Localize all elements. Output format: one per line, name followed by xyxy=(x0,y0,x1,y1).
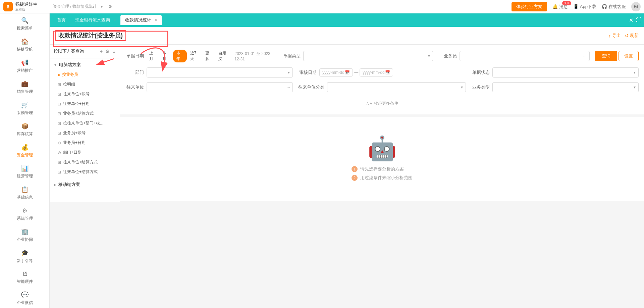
biz-type-label: 业务类型 xyxy=(471,84,490,90)
tab-cashflow-close[interactable]: × xyxy=(113,18,116,22)
scheme-item-salesperson-settle[interactable]: ⊡ 业务员+结算方式 xyxy=(50,109,120,118)
business-icon: 📊 xyxy=(21,165,29,172)
header-middle: 资金管理 / 收款情况统计 ▾ ⚙ xyxy=(53,3,512,10)
review-date-from[interactable]: yyyy-mm-dd 📅 xyxy=(319,68,353,76)
sidebar-item-guide[interactable]: 🎓 新手引导 xyxy=(0,246,49,267)
app-download-btn[interactable]: 📱 App下载 xyxy=(573,4,596,10)
tab-receipts[interactable]: 收款情况统计 × xyxy=(120,15,162,25)
scheme-item-salesperson-account[interactable]: ⊡ 业务员+账号 xyxy=(50,128,120,138)
sidebar-item-label: 采购管理 xyxy=(17,110,33,116)
clock-icon-2: ⊙ xyxy=(58,150,61,155)
more-icon[interactable]: ··· xyxy=(286,85,290,90)
tab-home[interactable]: 首页 xyxy=(52,15,70,25)
review-date-to[interactable]: yyyy-mm-dd 📅 xyxy=(360,68,393,76)
scheme-group-mobile: ▶ 移动端方案 xyxy=(50,178,120,191)
scheme-group-mobile-header[interactable]: ▶ 移动端方案 xyxy=(50,179,120,190)
scheme-item-partner-date[interactable]: ⊡ 往来单位+日期 xyxy=(50,99,120,109)
sidebar-item-hardware[interactable]: 🖥 智能硬件 xyxy=(0,267,49,288)
date-tab-7days[interactable]: 近7天 xyxy=(187,49,202,63)
doctype-label: 单据类型 xyxy=(282,53,301,59)
logo-icon: 6 xyxy=(3,2,13,11)
scheme-item-partner-settle1[interactable]: ⊞ 往来单位+结算方式 xyxy=(50,157,120,167)
sidebar-item-sales[interactable]: 💼 销售管理 xyxy=(0,77,49,98)
scheme-item-salesperson-date[interactable]: ⊙ 业务员+日期 xyxy=(50,138,120,148)
refresh-btn[interactable]: ↺ 刷新 xyxy=(625,33,639,39)
biz-type-select[interactable]: ▾ xyxy=(492,82,639,92)
body-layout: 按以下方案查询 + ⚙ « ▼ 电脑端方案 ● 按业务员 xyxy=(50,45,644,202)
tip-num-2: 2 xyxy=(352,175,358,181)
sidebar-item-business[interactable]: 📊 经营管理 xyxy=(0,161,49,183)
date-tab-custom[interactable]: 自定义 xyxy=(216,49,232,63)
date-range-text: 2023-01-01 至 2023-12-31 xyxy=(234,51,276,61)
partner-select[interactable]: ··· xyxy=(147,82,293,92)
filter-btn-group: 查询 设置 xyxy=(595,51,639,61)
scheme-item-dept-date[interactable]: ⊙ 部门+日期 xyxy=(50,148,120,157)
sidebar-item-system[interactable]: ⚙ 系统管理 xyxy=(0,204,49,225)
filter-group-partner-category: 往来单位分类 ▾ xyxy=(298,82,466,92)
scheme-collapse-btn[interactable]: « xyxy=(112,48,116,55)
scheme-item-by-detail[interactable]: ⊞ 按明细 xyxy=(50,80,120,89)
partner-label: 往来单位 xyxy=(125,84,144,90)
tip-num-1: 1 xyxy=(352,166,358,172)
scheme-item-label: 往来单位+结算方式 xyxy=(63,159,98,165)
partner-category-label: 往来单位分类 xyxy=(298,84,324,90)
pc-group-label: 电脑端方案 xyxy=(59,62,81,68)
date-tab-thisyear[interactable]: 本年 xyxy=(173,50,187,62)
sidebar-item-enterprise[interactable]: 🏢 企业协同 xyxy=(0,225,49,246)
query-btn[interactable]: 查询 xyxy=(595,51,617,61)
window-close-btn[interactable]: ✕ xyxy=(629,17,633,23)
tab-cashflow[interactable]: 现金银行流水查询 × xyxy=(70,15,120,25)
sidebar-item-marketing[interactable]: 📢 营销推广 xyxy=(0,56,49,77)
doctype-select[interactable]: ▾ xyxy=(303,51,433,61)
chevron-down-icon-5: ▾ xyxy=(461,85,463,90)
settings-btn[interactable]: 设置 xyxy=(619,51,639,61)
collapse-icon: ∧∧ xyxy=(366,101,373,106)
messages-btn[interactable]: 🔔 消息 99+ xyxy=(552,4,568,10)
date-tab-thismonth[interactable]: 本月 xyxy=(160,49,172,63)
basic-icon: 📋 xyxy=(21,186,29,193)
dept-label: 部门 xyxy=(125,69,144,75)
scheme-header-label: 按以下方案查询 xyxy=(54,48,98,54)
scheme-item-by-salesperson[interactable]: ● 按业务员 xyxy=(50,70,120,80)
sidebar-item-purchase[interactable]: 🛒 采购管理 xyxy=(0,98,49,119)
scheme-group-pc-header[interactable]: ▼ 电脑端方案 xyxy=(50,60,120,70)
scheme-item-label: 往来单位+日期 xyxy=(63,101,90,107)
sidebar-item-wechat[interactable]: 💬 企业微信 xyxy=(0,288,49,308)
sidebar-item-inventory[interactable]: 📦 库存核算 xyxy=(0,119,49,140)
try-btn[interactable]: 体验行业方案 xyxy=(512,2,547,11)
date-tab-lastmonth[interactable]: 上月 xyxy=(147,49,159,63)
sidebar-item-quicknav[interactable]: 🏠 快捷导航 xyxy=(0,35,49,56)
scheme-item-partner-account[interactable]: ⊡ 往来单位+账号 xyxy=(50,89,120,99)
marketing-icon: 📢 xyxy=(21,59,29,66)
scheme-header: 按以下方案查询 + ⚙ « xyxy=(50,45,120,58)
online-service-btn[interactable]: 🎧 在线客服 xyxy=(602,4,626,10)
home-icon: 🏠 xyxy=(21,38,29,45)
scheme-settings-btn[interactable]: ⚙ xyxy=(105,48,110,55)
hardware-icon: 🖥 xyxy=(22,270,28,277)
partner-category-select[interactable]: ▾ xyxy=(327,82,466,92)
export-btn[interactable]: ↑ 导出 xyxy=(609,33,621,39)
date-divider: — xyxy=(354,70,358,75)
mobile-group-label: 移动端方案 xyxy=(58,182,80,188)
doc-status-select[interactable]: ▾ xyxy=(492,67,639,78)
sidebar-item-search[interactable]: 🔍 搜索菜单 xyxy=(0,13,49,35)
scheme-item-partner-dept[interactable]: ⊡ 按往来单位+部门+收... xyxy=(50,118,120,128)
content-area: 首页 现金银行流水查询 × 收款情况统计 × ✕ ⛶ 收款情况统计(按业务员) xyxy=(50,13,644,308)
salesperson-select[interactable]: ··· xyxy=(460,51,590,61)
scheme-item-label: 业务员+账号 xyxy=(63,130,86,136)
tab-receipts-label: 收款情况统计 xyxy=(125,17,151,23)
sidebar-item-basic[interactable]: 📋 基础信息 xyxy=(0,183,49,204)
date-tab-more[interactable]: 更多 xyxy=(203,49,215,63)
sidebar-item-finance[interactable]: 💰 资金管理 xyxy=(0,140,49,161)
user-avatar[interactable]: Rit xyxy=(631,2,641,11)
header-settings-icon[interactable]: ⚙ xyxy=(108,4,112,9)
tab-receipts-close[interactable]: × xyxy=(155,18,157,22)
list-icon: ⊡ xyxy=(58,121,61,126)
dept-select[interactable]: ▾ xyxy=(147,67,293,78)
breadcrumb-dropdown[interactable]: ▾ xyxy=(99,3,104,10)
scheme-item-partner-settle2[interactable]: ⊡ 往来单位+结算方式 xyxy=(50,167,120,177)
collapse-bar[interactable]: ∧∧ 收起更多条件 xyxy=(125,97,639,110)
window-maximize-btn[interactable]: ⛶ xyxy=(636,17,641,23)
scheme-add-btn[interactable]: + xyxy=(99,48,103,55)
empty-tips: 1 请先选择要分析的方案 2 用过滤条件来缩小分析范围 xyxy=(352,166,413,184)
